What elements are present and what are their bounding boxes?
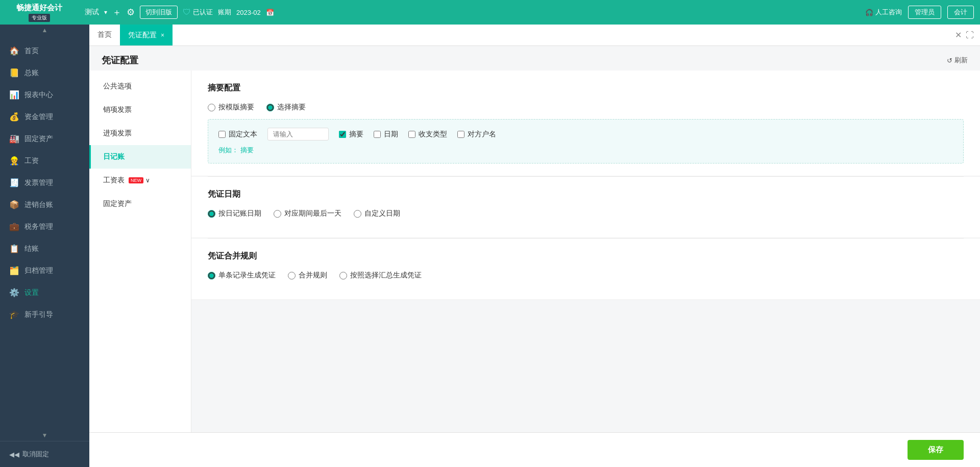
refresh-button[interactable]: ↺ 刷新 (947, 56, 968, 65)
single-record-radio[interactable] (208, 272, 215, 279)
role-button[interactable]: 会计 (947, 6, 974, 19)
checkbox-summary[interactable]: 摘要 (339, 130, 363, 139)
journal-date-radio[interactable] (208, 210, 215, 218)
scroll-down-arrow[interactable]: ▼ (0, 430, 89, 441)
left-menu-item-journal[interactable]: 日记账 (89, 145, 191, 169)
sidebar-item-label: 固定资产 (24, 134, 53, 144)
sidebar-item-reports[interactable]: 📊 报表中心 (0, 84, 89, 106)
sidebar-item-wages[interactable]: 👷 工资 (0, 150, 89, 172)
expand-tab-button[interactable]: ⛶ (966, 31, 974, 40)
example-text: 例如： 摘要 (218, 146, 953, 155)
sidebar-item-assets[interactable]: 🏭 固定资产 (0, 128, 89, 150)
left-menu-item-public[interactable]: 公共选项 (89, 75, 191, 98)
sidebar-item-label: 税务管理 (24, 222, 53, 231)
merge-rules-radio[interactable] (288, 272, 296, 279)
sidebar-item-label: 新手引导 (24, 310, 53, 319)
consult-button[interactable]: 🎧 人工咨询 (865, 8, 902, 17)
verified-badge: 🛡 已认证 (183, 8, 213, 17)
date-radio-journal[interactable]: 按日记账日期 (208, 209, 261, 218)
shield-icon: 🛡 (183, 8, 191, 17)
summary-checkbox[interactable] (339, 131, 346, 138)
sidebar-item-settings[interactable]: ⚙️ 设置 (0, 282, 89, 303)
custom-date-radio[interactable] (354, 210, 361, 218)
home-icon: 🏠 (9, 46, 19, 56)
left-menu-item-purchase-invoice[interactable]: 进项发票 (89, 122, 191, 145)
left-menu-item-sales-invoice[interactable]: 销项发票 (89, 98, 191, 122)
period-last-radio[interactable] (274, 210, 281, 218)
date-checkbox[interactable] (374, 131, 381, 138)
summary-radio-template[interactable]: 按模版摘要 (208, 103, 254, 112)
tab-right-actions: ✕ ⛶ (955, 30, 980, 40)
calendar-icon[interactable]: 📅 (266, 9, 274, 16)
sidebar-item-label: 首页 (24, 46, 39, 56)
switch-version-button[interactable]: 切到旧版 (140, 6, 178, 19)
add-button[interactable]: ＋ (112, 6, 121, 18)
fixed-text-checkbox[interactable] (218, 131, 226, 138)
wages-icon: 👷 (9, 156, 19, 166)
summary-config-section: 摘要配置 按模版摘要 选择摘要 (191, 71, 980, 176)
checkbox-date[interactable]: 日期 (374, 130, 398, 139)
save-button[interactable]: 保存 (908, 440, 964, 460)
logo-title: 畅捷通好会计 (16, 3, 62, 13)
settings-sidebar-icon: ⚙️ (9, 288, 19, 297)
sidebar-item-purchase-sales[interactable]: 📦 进销台账 (0, 194, 89, 216)
left-menu: 公共选项 销项发票 进项发票 日记账 工资表 NEW (89, 71, 191, 432)
income-type-checkbox[interactable] (408, 131, 415, 138)
app-container: 畅捷通好会计 专业版 测试 ▾ ＋ ⚙ 切到旧版 🛡 已认证 账期 2023-0… (0, 0, 980, 467)
date-radio-custom[interactable]: 自定义日期 (354, 209, 400, 218)
sidebar-item-label: 设置 (24, 288, 39, 297)
tab-close-icon[interactable]: × (161, 32, 164, 39)
sidebar-item-invoices[interactable]: 🧾 发票管理 (0, 172, 89, 194)
date-radio-period-last[interactable]: 对应期间最后一天 (274, 209, 341, 218)
pin-icon: ◀◀ (9, 451, 19, 458)
example-value: 摘要 (240, 146, 254, 154)
cancel-fixed-button[interactable]: ◀◀ 取消固定 (5, 447, 84, 462)
summary-template-radio[interactable] (208, 104, 215, 111)
summary-config-box: 固定文本 摘要 日期 (208, 119, 964, 164)
left-menu-item-wage-table[interactable]: 工资表 NEW ∨ (89, 169, 191, 192)
voucher-date-title: 凭证日期 (208, 189, 964, 200)
checkbox-fixed-text[interactable]: 固定文本 (218, 130, 257, 139)
company-dropdown-icon[interactable]: ▾ (104, 9, 107, 16)
period-label: 账期 (218, 8, 231, 17)
logo-area: 畅捷通好会计 专业版 (6, 3, 72, 22)
settings-icon[interactable]: ⚙ (127, 7, 135, 18)
invoices-icon: 🧾 (9, 178, 19, 188)
sidebar-item-archive[interactable]: 🗂️ 归档管理 (0, 260, 89, 282)
sidebar-item-close[interactable]: 📋 结账 (0, 238, 89, 260)
summary-radio-select[interactable]: 选择摘要 (266, 103, 306, 112)
funds-icon: 💰 (9, 112, 19, 122)
sidebar-item-tax[interactable]: 💼 税务管理 (0, 216, 89, 238)
merge-radio-single[interactable]: 单条记录生成凭证 (208, 271, 276, 280)
page-inner: 公共选项 销项发票 进项发票 日记账 工资表 NEW (89, 71, 980, 432)
summary-generate-radio[interactable] (339, 272, 347, 279)
admin-button[interactable]: 管理员 (908, 6, 941, 19)
merge-radio-rules[interactable]: 合并规则 (288, 271, 327, 280)
content-area: 首页 凭证配置 × ✕ ⛶ 凭证配置 ↺ 刷新 (89, 25, 980, 467)
fixed-text-input[interactable] (267, 128, 329, 141)
guide-icon: 🎓 (9, 310, 19, 319)
left-menu-item-fixed-assets[interactable]: 固定资产 (89, 192, 191, 216)
sidebar-item-home[interactable]: 🏠 首页 (0, 40, 89, 62)
main-area: ▲ 🏠 首页 📒 总账 📊 报表中心 💰 资金管理 (0, 25, 980, 467)
tab-voucher-config[interactable]: 凭证配置 × (120, 25, 173, 45)
close-period-icon: 📋 (9, 244, 19, 253)
refresh-label: 刷新 (954, 56, 968, 65)
summary-options-row: 固定文本 摘要 日期 (218, 128, 953, 141)
tax-icon: 💼 (9, 222, 19, 231)
scroll-up-arrow[interactable]: ▲ (0, 25, 89, 36)
summary-select-radio[interactable] (266, 104, 274, 111)
sidebar-item-guide[interactable]: 🎓 新手引导 (0, 303, 89, 325)
tab-home[interactable]: 首页 (89, 25, 120, 45)
summary-config-title: 摘要配置 (208, 83, 964, 94)
sidebar-item-label: 资金管理 (24, 112, 53, 122)
close-tab-button[interactable]: ✕ (955, 30, 962, 40)
cancel-fixed-label: 取消固定 (22, 450, 49, 459)
merge-radio-summary[interactable]: 按照选择汇总生成凭证 (339, 271, 422, 280)
sidebar-item-ledger[interactable]: 📒 总账 (0, 62, 89, 84)
checkbox-income-type[interactable]: 收支类型 (408, 130, 447, 139)
checkbox-counterpart-name[interactable]: 对方户名 (457, 130, 496, 139)
summary-radio-group: 按模版摘要 选择摘要 (208, 103, 964, 112)
sidebar-item-funds[interactable]: 💰 资金管理 (0, 106, 89, 128)
counterpart-name-checkbox[interactable] (457, 131, 464, 138)
